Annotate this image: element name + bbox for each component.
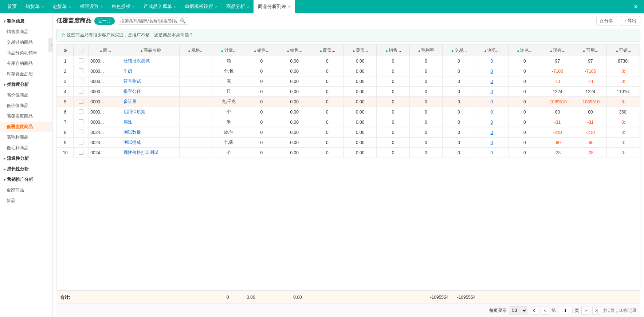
- next-page-button[interactable]: >: [581, 306, 590, 315]
- name-column-header[interactable]: ▲商品名称: [122, 45, 179, 56]
- row-checkbox[interactable]: [74, 117, 89, 127]
- close-icon[interactable]: ×: [68, 4, 71, 9]
- sidebar-item-instock-goods[interactable]: 有库存的商品: [0, 58, 52, 69]
- sidebar-item-category-rate[interactable]: 商品分类动销率: [0, 48, 52, 58]
- row-view1[interactable]: 0: [475, 107, 508, 117]
- close-icon[interactable]: ×: [101, 4, 103, 9]
- row-name[interactable]: 测试数量: [122, 127, 179, 138]
- nav-finished-goods[interactable]: 产成品入库单 ×: [139, 0, 180, 13]
- row-checkbox[interactable]: [74, 66, 89, 76]
- sales-amt-column-header[interactable]: ▲销售...: [278, 45, 311, 56]
- row-checkbox[interactable]: [74, 87, 89, 97]
- row-checkbox[interactable]: [74, 97, 89, 107]
- export-button[interactable]: ↑ 导出: [620, 16, 640, 26]
- sidebar-item-high-margin[interactable]: 高毛利商品: [0, 132, 52, 143]
- nav-role-auth[interactable]: 角色授权 ×: [107, 0, 139, 13]
- page-size-select[interactable]: 50 100 200: [509, 306, 527, 314]
- sellable-column-header[interactable]: ▲可销...: [607, 45, 640, 56]
- row-name[interactable]: 旺铺批次测试: [122, 56, 179, 66]
- row-view1[interactable]: 0: [475, 97, 508, 107]
- gross-column-header[interactable]: ▲毛利率: [409, 45, 442, 56]
- search-input[interactable]: [120, 19, 178, 24]
- spec-column-header[interactable]: ▲规格...: [179, 45, 212, 56]
- row-name[interactable]: 属性: [122, 117, 179, 127]
- available-column-header[interactable]: ▲可用...: [574, 45, 607, 56]
- select-all-checkbox[interactable]: [79, 48, 83, 52]
- table-row: 8 0024... 测试数量 袋,件 0 0.00 0 0.00 0 0 0 0…: [57, 127, 640, 138]
- code-column-header[interactable]: ▲商...: [89, 45, 122, 56]
- row-name[interactable]: 牛奶: [122, 66, 179, 76]
- row-view1[interactable]: 0: [475, 66, 508, 76]
- first-page-button[interactable]: K: [530, 306, 538, 315]
- trade-column-header[interactable]: ▲交易...: [442, 45, 475, 56]
- close-icon[interactable]: ×: [247, 4, 249, 9]
- sidebar-group-cluster[interactable]: ▾ 类群度分析: [0, 79, 52, 90]
- row-checkbox[interactable]: [74, 56, 89, 66]
- sidebar-item-inventory-capital[interactable]: 库存资金占用: [0, 69, 52, 79]
- sidebar-item-low-value[interactable]: 低价值商品: [0, 100, 52, 111]
- row-checkbox[interactable]: [74, 127, 89, 138]
- checkbox-column-header[interactable]: [74, 45, 89, 56]
- sidebar-item-sales-goods[interactable]: 销售类商品: [0, 27, 52, 37]
- sidebar-item-low-margin[interactable]: 低毛利商品: [0, 143, 52, 153]
- nav-home[interactable]: 首页: [3, 0, 21, 13]
- row-view1[interactable]: 0: [475, 148, 508, 158]
- sidebar-group-growth[interactable]: ▸ 成长性分析: [0, 164, 52, 174]
- sales-qty-column-header[interactable]: ▲销售...: [245, 45, 278, 56]
- nav-sales-order[interactable]: 销货单 ×: [21, 0, 48, 13]
- sidebar-group-overall[interactable]: ▾ 整体信息: [0, 16, 52, 27]
- share-button[interactable]: ⎙ 分享: [596, 16, 617, 26]
- search-icon[interactable]: 🔍: [180, 18, 186, 24]
- nav-product-analysis-list[interactable]: 商品分析列表 ×: [254, 0, 295, 13]
- close-icon[interactable]: ×: [174, 4, 176, 9]
- sales3-column-header[interactable]: ▲销售...: [377, 45, 409, 56]
- sidebar-item-new-goods[interactable]: 新品: [0, 195, 52, 206]
- unit-column-header[interactable]: ▲计量...: [212, 45, 245, 56]
- sidebar-item-low-coverage[interactable]: 低覆盖度商品: [0, 122, 52, 132]
- sidebar-item-traded-goods[interactable]: 交易过的商品: [0, 37, 52, 48]
- period-button[interactable]: 近一月: [94, 17, 115, 25]
- view1-column-header[interactable]: ▲浏览...: [475, 45, 508, 56]
- row-checkbox[interactable]: [74, 138, 89, 148]
- coverage1-column-header[interactable]: ▲覆盖...: [311, 45, 343, 56]
- window-close-button[interactable]: ✕: [630, 1, 641, 12]
- row-name[interactable]: 眼宝公仔: [122, 87, 179, 97]
- row-checkbox[interactable]: [74, 107, 89, 117]
- row-view1[interactable]: 0: [475, 117, 508, 127]
- row-checkbox[interactable]: [74, 76, 89, 87]
- close-icon[interactable]: ×: [288, 4, 290, 9]
- sidebar-item-high-value[interactable]: 高价值商品: [0, 90, 52, 100]
- row-current: -210: [541, 127, 574, 138]
- sidebar-item-all-goods[interactable]: 全部商品: [0, 185, 52, 195]
- view2-column-header[interactable]: ▲浏览...: [508, 45, 541, 56]
- row-checkbox[interactable]: [74, 148, 89, 158]
- row-view1[interactable]: 0: [475, 127, 508, 138]
- nav-product-analysis[interactable]: 商品分析 ×: [222, 0, 254, 13]
- current-column-header[interactable]: ▲现有...: [541, 45, 574, 56]
- close-icon[interactable]: ×: [215, 4, 217, 9]
- close-icon[interactable]: ×: [42, 4, 44, 9]
- sidebar-group-marketing[interactable]: ▾ 营销推广分析: [0, 174, 52, 185]
- page-number-input[interactable]: [558, 307, 573, 314]
- row-name[interactable]: 启用保质期: [122, 107, 179, 117]
- sidebar-group-circulation[interactable]: ▸ 流通性分析: [0, 153, 52, 164]
- row-name[interactable]: 测试提成: [122, 138, 179, 148]
- coverage2-column-header[interactable]: ▲覆盖...: [344, 45, 377, 56]
- row-name[interactable]: 多计量: [122, 97, 179, 107]
- last-page-button[interactable]: >|: [592, 306, 601, 315]
- nav-purchase-order[interactable]: 进货单 ×: [48, 0, 75, 13]
- sidebar-collapse-button[interactable]: «: [48, 38, 53, 52]
- row-view1[interactable]: 0: [475, 76, 508, 87]
- prev-page-button[interactable]: <: [541, 306, 549, 315]
- row-name[interactable]: 属性价格打印测试: [122, 148, 179, 158]
- row-view1[interactable]: 0: [475, 138, 508, 148]
- row-gross: 0: [409, 97, 442, 107]
- row-view1[interactable]: 0: [475, 87, 508, 97]
- row-name[interactable]: 符号测试: [122, 76, 179, 87]
- settings-column-header[interactable]: ⚙: [57, 45, 74, 56]
- sidebar-item-high-coverage[interactable]: 高覆盖度商品: [0, 111, 52, 122]
- row-view1[interactable]: 0: [475, 56, 508, 66]
- nav-permission-setting[interactable]: 权限设置 ×: [75, 0, 107, 13]
- close-icon[interactable]: ×: [132, 4, 134, 9]
- nav-template-setting[interactable]: 单据模板设置 ×: [180, 0, 221, 13]
